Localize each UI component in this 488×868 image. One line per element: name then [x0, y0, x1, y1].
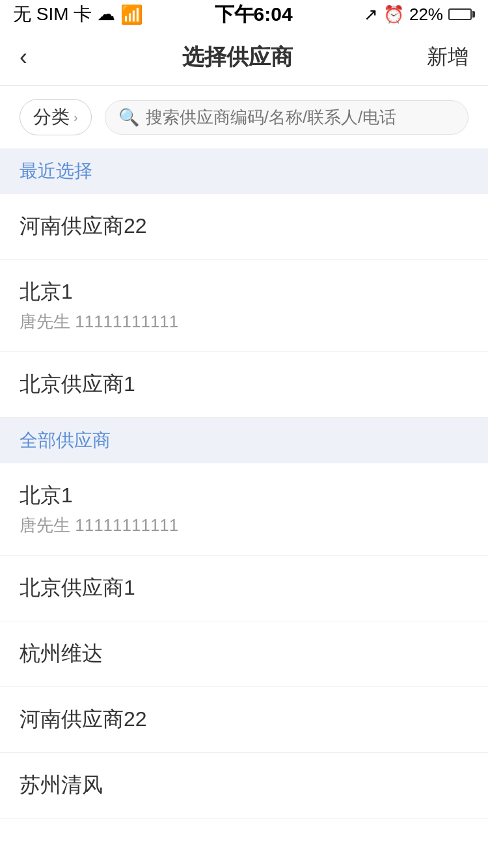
all-list: 北京1唐先生 11111111111北京供应商1杭州维达河南供应商22苏州清风 — [0, 463, 488, 819]
battery-percent: 22% — [409, 5, 443, 25]
chevron-down-icon: › — [74, 110, 78, 125]
wifi-icon: 📶 — [120, 4, 143, 25]
item-name: 河南供应商22 — [20, 705, 468, 734]
page-title: 选择供应商 — [182, 42, 293, 72]
add-button[interactable]: 新增 — [416, 43, 468, 72]
item-name: 苏州清风 — [20, 771, 468, 800]
back-button[interactable]: ‹ — [20, 44, 59, 71]
recent-list: 河南供应商22北京1唐先生 11111111111北京供应商1 — [0, 194, 488, 418]
alarm-icon: ⏰ — [383, 5, 404, 25]
category-filter[interactable]: 分类 › — [20, 99, 92, 135]
item-name: 北京供应商1 — [20, 370, 468, 399]
list-item[interactable]: 北京1唐先生 11111111111 — [0, 260, 488, 352]
recent-section-header: 最近选择 — [0, 148, 488, 194]
item-sub: 唐先生 11111111111 — [20, 310, 468, 333]
item-name: 河南供应商22 — [20, 212, 468, 241]
list-item[interactable]: 苏州清风 — [0, 753, 488, 819]
item-name: 杭州维达 — [20, 640, 468, 668]
item-name: 北京供应商1 — [20, 574, 468, 603]
nav-bar: ‹ 选择供应商 新增 — [0, 29, 488, 86]
search-input[interactable] — [146, 107, 455, 128]
location-icon: ↗ — [364, 5, 378, 25]
status-left: 无 SIM 卡 ☁ 📶 — [13, 2, 143, 27]
list-item[interactable]: 北京1唐先生 11111111111 — [0, 463, 488, 556]
status-bar: 无 SIM 卡 ☁ 📶 下午6:04 ↗ ⏰ 22% — [0, 0, 488, 29]
list-item[interactable]: 北京供应商1 — [0, 556, 488, 621]
list-item[interactable]: 河南供应商22 — [0, 687, 488, 753]
item-name: 北京1 — [20, 278, 468, 306]
status-right: ↗ ⏰ 22% — [364, 5, 475, 25]
list-item[interactable]: 杭州维达 — [0, 621, 488, 687]
filter-bar: 分类 › 🔍 — [0, 86, 488, 148]
status-time: 下午6:04 — [215, 1, 293, 28]
battery-icon — [448, 8, 475, 20]
item-sub: 唐先生 11111111111 — [20, 514, 468, 537]
item-name: 北京1 — [20, 481, 468, 510]
search-icon: 🔍 — [118, 107, 139, 128]
category-label: 分类 — [33, 105, 70, 129]
list-item[interactable]: 北京供应商1 — [0, 352, 488, 418]
list-item[interactable]: 河南供应商22 — [0, 194, 488, 260]
search-box[interactable]: 🔍 — [105, 100, 468, 135]
all-section-header: 全部供应商 — [0, 418, 488, 463]
sim-status: 无 SIM 卡 ☁ — [13, 2, 115, 27]
